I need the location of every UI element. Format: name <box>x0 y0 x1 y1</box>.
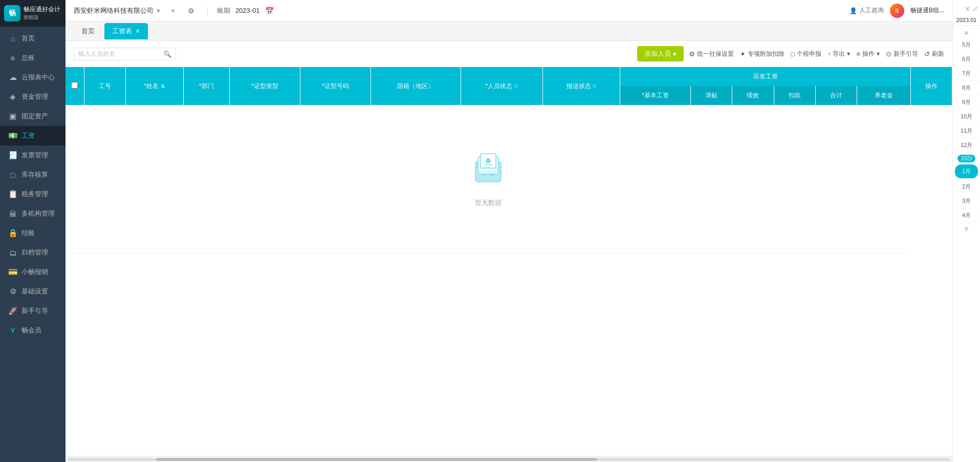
filter-icon-report[interactable]: ▽ <box>593 83 597 89</box>
sidebar-item-member-label: 畅会员 <box>21 326 41 335</box>
month-item-2022-12[interactable]: 12月 <box>953 138 980 153</box>
sidebar-item-multi-org-label: 多机构管理 <box>21 209 55 218</box>
logo-sub: 旗舰版 <box>24 14 60 21</box>
add-company-button[interactable]: ＋ <box>166 4 180 17</box>
guide-icon: 🚀 <box>8 306 17 316</box>
panel-maximize-button[interactable]: ⤢ <box>972 5 978 13</box>
export-btn[interactable]: ↑ 导出 ▾ <box>827 50 851 58</box>
sidebar-item-archive-label: 归档管理 <box>21 248 48 257</box>
col-allowance: 津贴 <box>691 86 732 105</box>
expense-icon: 💳 <box>8 267 17 277</box>
col-id-no: *证型号码 <box>300 67 371 105</box>
sidebar-item-tax[interactable]: 📋 税务管理 <box>0 184 66 204</box>
month-item-2022-11[interactable]: 11月 <box>953 124 980 138</box>
empty-icon <box>468 151 509 192</box>
toolbar: 🔍 添加人员 ▾ ⚙ 统一社保设置 ✦ 专项附加扣除 □ 个税申报 <box>66 41 952 67</box>
sidebar-item-guide[interactable]: 🚀 新手引导 <box>0 301 66 321</box>
month-item-2022-10[interactable]: 10月 <box>953 110 980 124</box>
month-item-2022-05[interactable]: 5月 <box>953 38 980 52</box>
month-item-2023-02[interactable]: 2月 <box>953 180 980 194</box>
panel-down-button[interactable]: ▼ <box>953 223 980 235</box>
empty-row: 暂无数据 <box>66 105 952 254</box>
ledger-icon: ≡ <box>8 54 17 62</box>
sidebar-item-invoice[interactable]: 🧾 发票管理 <box>0 145 66 165</box>
toolbar-actions: ⚙ 统一社保设置 ✦ 专项附加扣除 □ 个税申报 ↑ 导出 ▾ ≡ <box>689 50 944 58</box>
panel-up-button[interactable]: ▲ <box>953 26 980 38</box>
month-item-2023-01[interactable]: 1月 <box>955 164 978 179</box>
sidebar-item-multi-org[interactable]: 🏛 多机构管理 <box>0 204 66 223</box>
month-item-2022-09[interactable]: 9月 <box>953 95 980 110</box>
export-arrow: ▾ <box>847 50 850 57</box>
operations-btn[interactable]: ≡ 操作 ▾ <box>856 50 880 58</box>
sidebar-item-inventory-label: 库存核算 <box>21 170 48 179</box>
calendar-icon[interactable]: 📅 <box>265 7 274 15</box>
user-name: 畅捷通B组... <box>910 6 944 15</box>
sidebar-item-archive[interactable]: 🗂 归档管理 <box>0 243 66 262</box>
sidebar-item-close-period[interactable]: 🔒 结账 <box>0 223 66 243</box>
header-divider <box>207 6 208 15</box>
guide-icon2: ⊙ <box>886 50 891 58</box>
col-id-type: *证型类型 <box>229 67 300 105</box>
add-person-button[interactable]: 添加人员 ▾ <box>637 46 684 61</box>
sidebar-item-cloud-report[interactable]: ☁ 云报表中心 <box>0 68 66 87</box>
col-report-status: 报送状态 ▽ <box>543 67 620 105</box>
col-actions: 操作 <box>910 67 952 105</box>
search-input[interactable] <box>78 50 160 57</box>
sidebar-item-home[interactable]: ⌂ 首页 <box>0 29 66 48</box>
scroll-track <box>68 458 950 461</box>
scroll-thumb <box>156 458 598 461</box>
sidebar-item-settings[interactable]: ⚙ 基础设置 <box>0 282 66 301</box>
add-person-arrow: ▾ <box>673 50 677 58</box>
sidebar-item-fixed-assets[interactable]: ▣ 固定资产 <box>0 107 66 126</box>
select-all-checkbox[interactable] <box>71 82 78 89</box>
inventory-icon: □ <box>8 171 17 179</box>
guide-btn[interactable]: ⊙ 新手引导 <box>886 50 918 58</box>
special-deduction-icon: ✦ <box>740 50 746 58</box>
month-item-2023-03[interactable]: 3月 <box>953 194 980 208</box>
payroll-table: 工号 *姓名 ⇅ *部门 *证型类型 *证型号码 国籍（地区） *人员状态 ▽ <box>66 67 952 254</box>
sidebar-item-inventory[interactable]: □ 库存核算 <box>0 165 66 184</box>
sidebar-item-home-label: 首页 <box>21 34 35 43</box>
social-settings-btn[interactable]: ⚙ 统一社保设置 <box>689 50 734 58</box>
sidebar-item-expense-label: 小畅报销 <box>21 267 48 277</box>
month-list: 5月 6月 7月 8月 9月 10月 11月 12月 2023 1月 2月 3月… <box>953 38 980 223</box>
special-deduction-btn[interactable]: ✦ 专项附加扣除 <box>740 50 785 58</box>
company-dropdown-arrow: ▼ <box>156 8 161 14</box>
tab-home[interactable]: 首页 <box>74 23 102 39</box>
sidebar-item-expense[interactable]: 💳 小畅报销 <box>0 262 66 282</box>
content-area: 🔍 添加人员 ▾ ⚙ 统一社保设置 ✦ 专项附加扣除 □ 个税申报 <box>66 41 952 462</box>
logo-text: 畅应通好会计 <box>24 6 60 14</box>
top-header: 西安虾米网络科技有限公司 ▼ ＋ ⚙ 账期 2023-01 📅 👤 人工咨询 B… <box>66 0 952 22</box>
tab-payroll[interactable]: 工资表 ✕ <box>104 23 148 39</box>
tab-payroll-close[interactable]: ✕ <box>135 28 140 35</box>
month-item-2022-07[interactable]: 7月 <box>953 67 980 81</box>
month-item-2022-08[interactable]: 8月 <box>953 81 980 95</box>
tax-filing-btn[interactable]: □ 个税申报 <box>791 50 821 58</box>
filter-icon-status[interactable]: ▽ <box>514 83 518 89</box>
horizontal-scrollbar[interactable] <box>66 456 952 462</box>
header-left: 西安虾米网络科技有限公司 ▼ ＋ ⚙ 账期 2023-01 📅 <box>74 4 274 17</box>
refresh-btn[interactable]: ↺ 刷新 <box>924 50 944 58</box>
special-deduction-label: 专项附加扣除 <box>748 50 785 58</box>
member-icon: V <box>8 327 17 334</box>
sidebar-item-ledger[interactable]: ≡ 总账 <box>0 48 66 68</box>
company-selector[interactable]: 西安虾米网络科技有限公司 ▼ <box>74 6 161 15</box>
empty-text: 暂无数据 <box>475 198 502 207</box>
sidebar-item-fund[interactable]: ◈ 资金管理 <box>0 87 66 107</box>
month-item-2023-04[interactable]: 4月 <box>953 208 980 223</box>
svg-point-3 <box>486 158 491 163</box>
col-dept: *部门 <box>183 67 229 105</box>
operations-icon: ≡ <box>856 50 860 58</box>
sidebar-item-payroll[interactable]: 💵 工资 <box>0 126 66 145</box>
col-name-text: *姓名 <box>144 82 159 90</box>
panel-close-button[interactable]: ✕ <box>965 5 970 13</box>
payroll-icon: 💵 <box>8 131 17 140</box>
company-settings-button[interactable]: ⚙ <box>185 4 198 17</box>
year-badge-2023: 2023 <box>957 155 975 162</box>
service-button[interactable]: 👤 人工咨询 <box>850 6 884 15</box>
col-base-salary: *基本工资 <box>620 86 691 105</box>
archive-icon: 🗂 <box>8 248 17 257</box>
sort-icon-name[interactable]: ⇅ <box>161 83 165 89</box>
sidebar-item-member[interactable]: V 畅会员 <box>0 321 66 340</box>
month-item-2022-06[interactable]: 6月 <box>953 52 980 67</box>
